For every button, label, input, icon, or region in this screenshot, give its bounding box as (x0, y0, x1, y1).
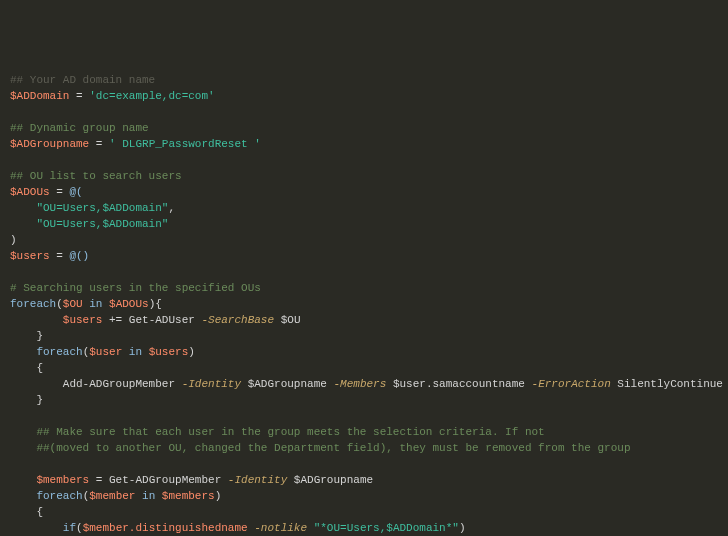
string: "OU=Users,$ADDomain" (36, 218, 168, 230)
param: -Members (333, 378, 386, 390)
variable: $users (63, 314, 103, 326)
code: $OU (274, 314, 300, 326)
comment: ##(moved to another OU, changed the Depa… (10, 442, 631, 454)
variable: $member (89, 490, 135, 502)
brace: } (10, 394, 43, 406)
indent (10, 218, 36, 230)
paren: ( (76, 522, 83, 534)
variable: $members (162, 490, 215, 502)
variable: $ADGroupname (10, 138, 89, 150)
code: $user.samaccountname (386, 378, 531, 390)
param: -SearchBase (201, 314, 274, 326)
variable: $user (89, 346, 122, 358)
variable: $users (10, 250, 50, 262)
param: -Identity (182, 378, 241, 390)
paren: ) (188, 346, 195, 358)
op: = (50, 186, 70, 198)
code: = Get-ADGroupMember (89, 474, 228, 486)
code: Add-ADGroupMember (10, 378, 182, 390)
variable: $members (36, 474, 89, 486)
array: @() (69, 250, 89, 262)
indent (10, 314, 63, 326)
comment: ## OU list to search users (10, 170, 182, 182)
indent (10, 474, 36, 486)
string: "OU=Users,$ADDomain" (36, 202, 168, 214)
indent (10, 346, 36, 358)
brace: ){ (149, 298, 162, 310)
keyword-foreach: foreach (10, 298, 56, 310)
keyword-in: in (122, 346, 148, 358)
variable: $ADOUs (109, 298, 149, 310)
variable: $member.distinguishedname (83, 522, 248, 534)
string: ' DLGRP_PasswordReset ' (109, 138, 261, 150)
keyword-in: in (83, 298, 109, 310)
param: -ErrorAction (532, 378, 611, 390)
string: "*OU=Users,$ADDomain*" (314, 522, 459, 534)
comment: ## Dynamic group name (10, 122, 149, 134)
paren: ) (459, 522, 466, 534)
indent (10, 522, 63, 534)
op: = (50, 250, 70, 262)
code: += Get-ADUser (102, 314, 201, 326)
param: -Identity (228, 474, 287, 486)
paren: ) (215, 490, 222, 502)
comment: # Searching users in the specified OUs (10, 282, 261, 294)
op: = (89, 138, 109, 150)
code-block: ## Your AD domain name $ADDomain = 'dc=e… (10, 72, 718, 536)
variable: $users (149, 346, 189, 358)
brace: { (10, 506, 43, 518)
op: = (69, 90, 89, 102)
indent (10, 202, 36, 214)
brace: } (10, 330, 43, 342)
keyword-if: if (63, 522, 76, 534)
variable: $ADDomain (10, 90, 69, 102)
string: 'dc=example,dc=com' (89, 90, 214, 102)
operator: -notlike (248, 522, 314, 534)
keyword-foreach: foreach (36, 490, 82, 502)
indent (10, 490, 36, 502)
code: SilentlyContinue (611, 378, 723, 390)
code: $ADGroupname (241, 378, 333, 390)
variable: $OU (63, 298, 83, 310)
array-open: @( (69, 186, 82, 198)
paren: ) (10, 234, 17, 246)
paren: ( (56, 298, 63, 310)
comment: ## Make sure that each user in the group… (10, 426, 545, 438)
comment: ## Your AD domain name (10, 74, 155, 86)
keyword-in: in (135, 490, 161, 502)
brace: { (10, 362, 43, 374)
variable: $ADOUs (10, 186, 50, 198)
comma: , (168, 202, 175, 214)
code: $ADGroupname (287, 474, 373, 486)
keyword-foreach: foreach (36, 346, 82, 358)
